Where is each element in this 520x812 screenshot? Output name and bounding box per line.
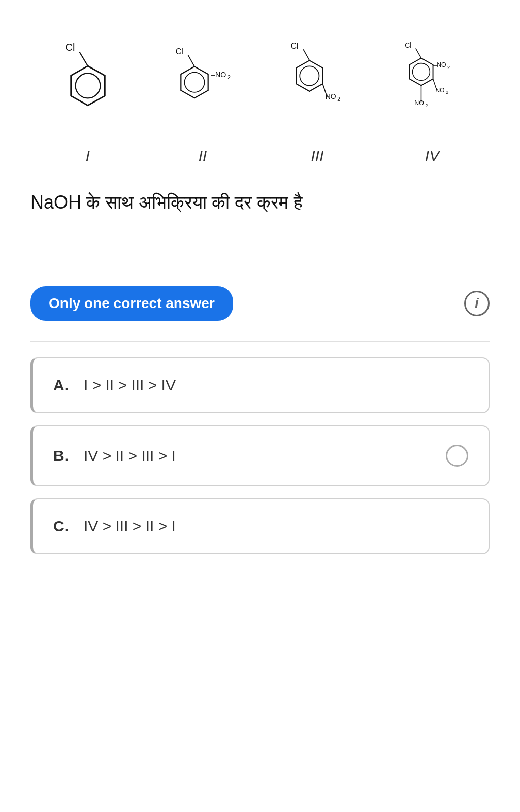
structure-I: Cl I — [47, 41, 128, 164]
option-A-left: A. I > II > III > IV — [53, 377, 176, 394]
svg-text:Cl: Cl — [405, 41, 411, 49]
info-icon[interactable]: i — [464, 291, 490, 316]
svg-point-3 — [76, 73, 101, 98]
structure-IV-svg: Cl NO 2 NO 2 NO 2 — [392, 41, 473, 142]
answer-type-section: Only one correct answer i — [20, 271, 500, 331]
option-A-text: I > II > III > IV — [84, 377, 176, 394]
svg-line-19 — [416, 48, 421, 58]
svg-line-25 — [433, 79, 437, 90]
svg-point-10 — [184, 73, 204, 92]
option-B-text: IV > II > III > I — [84, 447, 176, 464]
svg-marker-29 — [409, 58, 433, 86]
option-B[interactable]: B. IV > II > III > I — [30, 425, 490, 486]
svg-point-30 — [413, 63, 430, 81]
svg-line-5 — [188, 55, 194, 66]
svg-text:Cl: Cl — [291, 42, 299, 50]
svg-text:2: 2 — [446, 90, 448, 95]
options-container: A. I > II > III > IV B. IV > II > III > … — [20, 357, 500, 554]
structure-II: Cl NO 2 II — [162, 41, 243, 164]
option-A[interactable]: A. I > II > III > IV — [30, 357, 490, 413]
option-C-text: IV > III > II > I — [84, 518, 176, 535]
divider — [30, 341, 490, 342]
svg-marker-9 — [181, 66, 208, 98]
svg-text:2: 2 — [425, 103, 428, 108]
option-B-letter: B. — [53, 447, 69, 464]
question-text: NaOH के साथ अभिक्रिया की दर क्रम है — [20, 180, 500, 230]
option-C[interactable]: C. IV > III > II > I — [30, 498, 490, 554]
svg-text:2: 2 — [337, 96, 340, 102]
option-C-letter: C. — [53, 518, 69, 535]
option-B-radio[interactable] — [446, 445, 468, 467]
label-III: III — [311, 147, 323, 164]
option-B-left: B. IV > II > III > I — [53, 447, 176, 464]
structure-III: Cl NO 2 III — [277, 41, 358, 164]
answer-type-badge: Only one correct answer — [30, 286, 233, 321]
structure-I-svg: Cl — [47, 41, 128, 142]
structures-area: Cl I Cl NO 2 — [20, 20, 500, 175]
label-I: I — [86, 147, 90, 164]
svg-text:NO: NO — [437, 61, 446, 69]
svg-text:Cl: Cl — [176, 47, 183, 56]
svg-line-15 — [322, 84, 327, 97]
label-II: II — [199, 147, 207, 164]
svg-text:NO: NO — [414, 99, 424, 107]
svg-text:NO: NO — [215, 71, 226, 79]
label-IV: IV — [425, 147, 439, 164]
structure-II-svg: Cl NO 2 — [162, 41, 243, 142]
svg-text:Cl: Cl — [66, 42, 75, 53]
svg-line-1 — [79, 52, 88, 66]
svg-point-17 — [300, 66, 319, 85]
option-C-left: C. IV > III > II > I — [53, 518, 176, 535]
page-container: Cl I Cl NO 2 — [0, 0, 520, 812]
structure-IV: Cl NO 2 NO 2 NO 2 IV — [392, 41, 473, 164]
structure-III-svg: Cl NO 2 — [277, 41, 358, 142]
svg-text:2: 2 — [447, 65, 450, 70]
svg-text:2: 2 — [228, 74, 231, 80]
option-A-letter: A. — [53, 377, 69, 394]
svg-line-12 — [303, 49, 309, 60]
